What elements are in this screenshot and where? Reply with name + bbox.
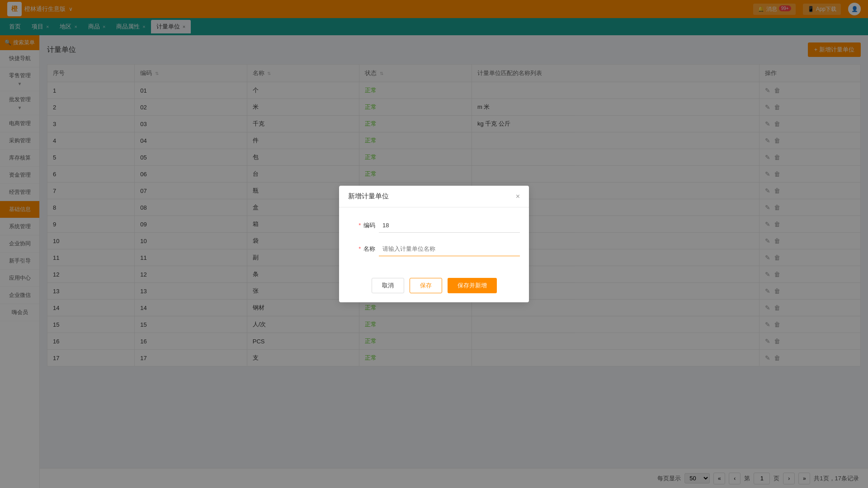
save-and-new-button[interactable]: 保存并新增	[448, 278, 497, 293]
modal-header: 新增计量单位 ×	[339, 186, 529, 207]
modal-footer: 取消 保存 保存并新增	[339, 272, 529, 302]
save-button[interactable]: 保存	[410, 278, 442, 293]
code-label: * 编码	[348, 221, 375, 230]
modal-body: * 编码 * 名称	[339, 207, 529, 272]
form-row-name: * 名称	[348, 242, 520, 256]
cancel-button[interactable]: 取消	[372, 278, 404, 293]
modal-close-button[interactable]: ×	[516, 193, 520, 200]
code-label-text: 编码	[363, 222, 375, 229]
modal-overlay: 新增计量单位 × * 编码 * 名称 取消 保存 保存并新增	[0, 0, 868, 488]
name-label: * 名称	[348, 245, 375, 253]
modal-title: 新增计量单位	[348, 192, 389, 201]
form-row-code: * 编码	[348, 218, 520, 233]
name-label-text: 名称	[363, 245, 375, 252]
add-unit-modal: 新增计量单位 × * 编码 * 名称 取消 保存 保存并新增	[339, 186, 529, 302]
code-input[interactable]	[379, 218, 520, 233]
name-input[interactable]	[379, 242, 520, 256]
required-star-code: *	[359, 222, 361, 229]
required-star-name: *	[359, 245, 361, 252]
